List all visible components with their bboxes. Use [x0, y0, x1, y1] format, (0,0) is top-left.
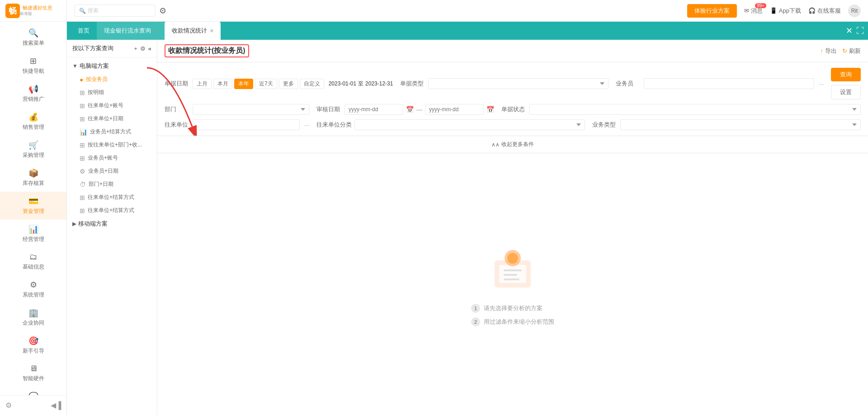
filter-business-type-item: 业务类型 [592, 119, 861, 130]
scheme-item-label: 往来单位+日期 [88, 115, 123, 123]
user-avatar[interactable]: Rit [848, 5, 861, 17]
business-type-select[interactable] [620, 119, 861, 130]
date-this-year-btn[interactable]: 本年 [234, 79, 253, 89]
marketing-icon: 📢 [28, 84, 38, 94]
filter-date-item: 单据日期 上月 本月 本年 近7天 更多 自定义 2023-01-01 至 [165, 79, 393, 89]
bill-status-label: 单据状态 [501, 105, 527, 113]
app-download-link[interactable]: 📱 App下载 [770, 7, 801, 15]
active-dot-icon: ● [80, 76, 83, 83]
refresh-btn[interactable]: ↻ 刷新 [842, 47, 861, 55]
scheme-item-partner-dept[interactable]: ⊞ 按往来单位+部门+收... [67, 138, 157, 151]
date-more-btn[interactable]: 更多 [279, 79, 298, 89]
tab-bank-close[interactable]: × [154, 27, 157, 34]
salesman-input[interactable] [644, 78, 814, 89]
sidebar-item-hardware[interactable]: 🖥 智能硬件 [0, 359, 66, 387]
settings-btn[interactable]: 设置 [831, 85, 861, 99]
bill-status-select[interactable] [529, 104, 861, 115]
app-download-icon: 📱 [770, 7, 777, 14]
scheme-item-partner-payment1[interactable]: ⊞ 往来单位+结算方式 [67, 191, 157, 204]
sidebar-item-inventory[interactable]: 📦 库存核算 [0, 164, 66, 192]
scheme-add-icon[interactable]: + [134, 45, 137, 52]
date-from: 2023-01-01 [329, 80, 356, 87]
collapse-up-icon: ∧∧ [491, 141, 500, 148]
sidebar-item-quicknav[interactable]: ⊞ 快捷导航 [0, 52, 66, 80]
tab-bank[interactable]: 现金银行流水查询 × [97, 22, 165, 40]
scheme-item-salesman-account[interactable]: ⊞ 业务员+账号 [67, 151, 157, 165]
filter-audit-date-item: 审核日期 📅 — 📅 [316, 104, 494, 115]
sidebar-item-business[interactable]: 📊 经营管理 [0, 220, 66, 248]
sidebar-item-enterprise[interactable]: 🏢 企业协同 [0, 303, 66, 331]
sidebar-item-label: 基础信息 [23, 263, 44, 271]
topbar-search-box[interactable]: 🔍 搜索 [74, 5, 156, 17]
scheme-group-mobile: ▶ 移动端方案 [67, 217, 157, 231]
sidebar-item-newbie[interactable]: 🎯 新手引导 [0, 331, 66, 359]
sidebar-item-finance[interactable]: 💳 资金管理 [0, 192, 66, 220]
sidebar-item-purchase[interactable]: 🛒 采购管理 [0, 136, 66, 164]
scheme-item-salesman-date[interactable]: ⚙ 业务员+日期 [67, 165, 157, 178]
page-actions: ↑ 导出 ↻ 刷新 [821, 47, 861, 55]
date-last-month-btn[interactable]: 上月 [193, 79, 212, 89]
bill-type-select[interactable] [428, 78, 608, 89]
tab-home[interactable]: 首页 [71, 22, 97, 40]
tab-close-all-icon[interactable]: ✕ [846, 26, 853, 36]
audit-to-input[interactable] [425, 104, 484, 115]
sidebar-item-sales[interactable]: 💰 销售管理 [0, 108, 66, 136]
filter-dept-item: 部门 [165, 104, 309, 115]
sidebar-item-search[interactable]: 🔍 搜索菜单 [0, 24, 66, 52]
online-service-link[interactable]: 🎧 在线客服 [808, 7, 841, 15]
footer-collapse-icon[interactable]: ◀▐ [51, 401, 61, 410]
dept-select[interactable] [193, 104, 309, 115]
scheme-settings-icon[interactable]: ⚙ [140, 45, 146, 52]
collapse-bar[interactable]: ∧∧ 收起更多条件 [157, 136, 868, 153]
filter-section: 单据日期 上月 本月 本年 近7天 更多 自定义 2023-01-01 至 [157, 62, 868, 136]
scheme-item-partner-account[interactable]: ⊞ 往来单位+账号 [67, 99, 157, 112]
audit-from-input[interactable] [344, 104, 403, 115]
scheme-item-salesman-payment[interactable]: 📊 业务员+结算方式 [67, 125, 157, 138]
svg-rect-6 [504, 278, 519, 280]
topbar-settings-icon[interactable]: ⚙ [159, 6, 166, 16]
tab-controls: ✕ ⛶ [846, 26, 864, 36]
salesman-more-icon[interactable]: ··· [819, 80, 824, 87]
partner-label: 往来单位 [165, 121, 190, 129]
scheme-group-desktop-header[interactable]: ▼ 电脑端方案 [67, 59, 157, 73]
date-this-month-btn[interactable]: 本月 [213, 79, 232, 89]
calendar-to-icon[interactable]: 📅 [486, 106, 494, 113]
scheme-item-label: 往来单位+账号 [88, 102, 123, 109]
sidebar-item-basic[interactable]: 🗂 基础信息 [0, 248, 66, 275]
trial-btn[interactable]: 体验行业方案 [687, 4, 737, 18]
message-area[interactable]: ✉ 消息 99+ [744, 7, 763, 15]
scheme-item-partner-date[interactable]: ⊞ 往来单位+日期 [67, 112, 157, 125]
date-to: 2023-12-31 [365, 80, 393, 87]
query-btn[interactable]: 查询 [831, 68, 861, 81]
scheme-group-mobile-header[interactable]: ▶ 移动端方案 [67, 217, 157, 231]
salesman-date-icon: ⚙ [80, 168, 85, 175]
footer-settings-icon[interactable]: ⚙ [5, 401, 12, 410]
scheme-item-by-detail[interactable]: ⊞ 按明细 [67, 86, 157, 99]
date-last7-btn[interactable]: 近7天 [255, 79, 277, 89]
calendar-from-icon[interactable]: 📅 [406, 106, 414, 113]
scheme-group-mobile-label: 移动端方案 [78, 220, 108, 228]
partner-input[interactable] [193, 119, 300, 130]
date-custom-btn[interactable]: 自定义 [300, 79, 324, 89]
filter-salesman-item: 业务员 ··· [616, 78, 824, 89]
sidebar-item-marketing[interactable]: 📢 营销推广 [0, 80, 66, 108]
tab-receipts[interactable]: 收款情况统计 × [165, 22, 221, 40]
filter-bill-status-item: 单据状态 [501, 104, 861, 115]
filter-row-1: 单据日期 上月 本月 本年 近7天 更多 自定义 2023-01-01 至 [165, 68, 861, 99]
scheme-item-by-salesman[interactable]: ● 按业务员 [67, 73, 157, 86]
partner-category-select[interactable] [354, 119, 585, 130]
scheme-item-partner-payment2[interactable]: ⊞ 往来单位+结算方式 [67, 204, 157, 217]
sidebar-item-wechat[interactable]: 💬 企业微信 [0, 387, 66, 395]
scheme-collapse-icon[interactable]: « [148, 45, 151, 52]
sidebar-item-system[interactable]: ⚙ 系统管理 [0, 275, 66, 303]
topbar-left: 🔍 搜索 ⚙ [74, 5, 166, 17]
tab-receipts-close[interactable]: × [210, 27, 213, 34]
export-btn[interactable]: ↑ 导出 [821, 47, 837, 55]
query-btn-group: 查询 设置 [831, 68, 861, 99]
salesman-payment-icon: 📊 [80, 128, 87, 136]
tab-fullscreen-icon[interactable]: ⛶ [856, 26, 864, 36]
empty-steps: 1 请先选择要分析的方案 2 用过滤条件来缩小分析范围 [471, 304, 554, 326]
partner-more-icon[interactable]: ··· [304, 122, 309, 128]
scheme-item-label: 部门+日期 [89, 180, 113, 188]
scheme-item-dept-date[interactable]: ⏱ 部门+日期 [67, 178, 157, 191]
